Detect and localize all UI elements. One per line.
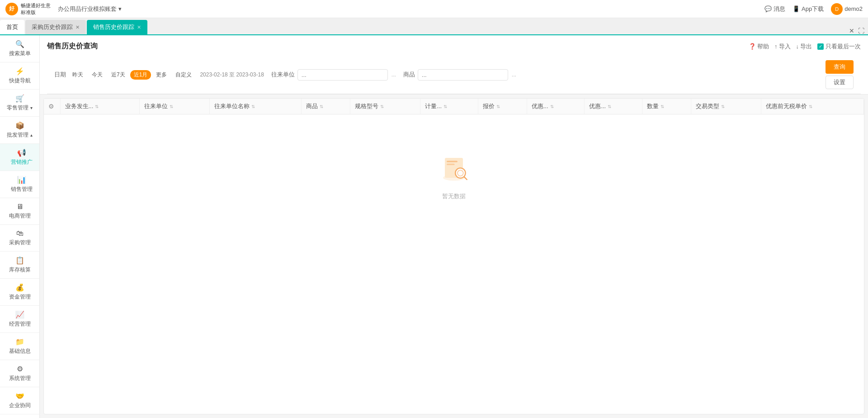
sidebar-item-salesm[interactable]: 📊 销售管理 [0,171,39,198]
search-icon: 🔍 [15,40,24,48]
sidebar-item-basic[interactable]: 📁 基础信息 [0,333,39,360]
sidebar-item-purchase-label: 采购管理 [9,239,31,247]
sidebar-item-basic-label: 基础信息 [9,347,31,355]
goods-input[interactable] [418,69,508,81]
logo-icon: 好 [5,3,18,15]
avatar: D [831,3,843,15]
import-btn[interactable]: ↑ 导入 [774,43,791,51]
partner-dots[interactable]: ... [392,71,396,78]
tab-sales[interactable]: 销售历史价跟踪 ✕ [87,20,147,34]
user-menu[interactable]: D demo2 [831,3,863,15]
close-all-tabs-btn[interactable]: ✕ [849,27,854,34]
th-discount2[interactable]: 优惠... ⇅ [585,99,642,114]
goods-filter-group: 商品 ... [403,69,516,81]
th-qty[interactable]: 数量 ⇅ [642,99,691,114]
sidebar-item-finance[interactable]: 💰 资金管理 [0,279,39,306]
sidebar-item-quicknav[interactable]: ⚡ 快捷导航 [0,62,39,90]
th-quote[interactable]: 报价 ⇅ [478,99,527,114]
settings-button[interactable]: 设置 [826,76,854,89]
topbar: 好 畅捷通好生意 标准版 办公用品行业模拟账套 ▾ 💬 消息 📱 App下载 D… [0,0,868,18]
svg-rect-3 [447,164,455,165]
sort-icon: ⇅ [660,104,664,109]
sidebar-item-salesm-label: 销售管理 [11,185,33,193]
partner-input[interactable] [297,69,388,81]
logo-text: 畅捷通好生意 标准版 [21,2,51,15]
sidebar: 🔍 搜索菜单 ⚡ 快捷导航 🛒 零售管理 ▾ 📦 批发管理 ▴ 📢 营销推广 [0,35,40,418]
th-unit[interactable]: 计量... ⇅ [420,99,478,114]
only-last-checkbox[interactable]: ✓ 只看最后一次 [817,43,861,51]
th-pretax-price[interactable]: 优惠前无税单价 ⇅ [761,99,864,114]
cart-icon: 🛒 [15,94,24,103]
app-download-btn[interactable]: 📱 App下载 [793,5,824,13]
partner-label: 往来单位 [271,71,295,79]
table-header-row: ⚙ 业务发生... ⇅ 往来单位 ⇅ [44,99,864,114]
sidebar-item-business[interactable]: 📈 经营管理 [0,306,39,333]
sort-icon: ⇅ [380,104,384,109]
sidebar-item-ecommerce[interactable]: 🖥 电商管理 [0,198,39,225]
maximize-btn[interactable]: ⛶ [858,27,864,34]
sidebar-item-wholesale[interactable]: 📦 批发管理 ▴ [0,117,39,144]
sort-icon: ⇅ [809,104,812,109]
sidebar-item-quicknav-label: 快捷导航 [9,77,31,85]
date-btn-1month[interactable]: 近1月 [130,70,151,80]
tabbar-actions: ✕ ⛶ [849,27,868,34]
goods-dots[interactable]: ... [512,71,516,78]
sidebar-item-wholesale-label: 批发管理 [7,131,28,139]
sort-icon: ⇅ [443,104,447,109]
filter-row: 日期 昨天 今天 近7天 近1月 更多 自定义 2023-02-18 至 202… [47,56,861,94]
th-partner-name[interactable]: 往来单位名称 ⇅ [210,99,302,114]
logo-area: 好 畅捷通好生意 标准版 [5,2,51,15]
help-icon: ❓ [749,43,756,50]
tabbar: 首页 采购历史价跟踪 ✕ 销售历史价跟踪 ✕ ✕ ⛶ [0,18,868,35]
empty-icon [436,151,472,187]
date-btn-more[interactable]: 更多 [152,70,170,80]
sort-icon: ⇅ [95,104,99,109]
sidebar-item-business-label: 经营管理 [9,320,31,328]
chevron-down-icon: ▾ [30,105,33,110]
th-spec[interactable]: 规格型号 ⇅ [350,99,420,114]
export-btn[interactable]: ↓ 导出 [796,43,812,51]
sidebar-item-newbie[interactable]: 🎯 新手引导 [0,414,39,418]
sidebar-item-retail-label: 零售管理 [7,104,28,112]
search-button[interactable]: 查询 [826,60,854,74]
date-btn-custom[interactable]: 自定义 [172,70,195,80]
date-btn-yesterday[interactable]: 昨天 [69,70,87,80]
tab-purchase[interactable]: 采购历史价跟踪 ✕ [25,20,86,34]
message-btn[interactable]: 💬 消息 [764,5,785,13]
sidebar-item-search[interactable]: 🔍 搜索菜单 [0,35,39,62]
finance-icon: 💰 [15,283,24,292]
th-discount1[interactable]: 优惠... ⇅ [527,99,585,114]
th-biz-date[interactable]: 业务发生... ⇅ [60,99,139,114]
sidebar-item-enterprise[interactable]: 🤝 企业协同 [0,387,39,414]
tab-purchase-close[interactable]: ✕ [75,24,80,30]
app-selector[interactable]: 办公用品行业模拟账套 ▾ [54,3,125,15]
date-range-text: 2023-02-18 至 2023-03-18 [200,71,264,79]
goods-label: 商品 [403,71,415,79]
sidebar-item-inventory[interactable]: 📋 库存核算 [0,252,39,279]
sidebar-item-search-label: 搜索菜单 [9,50,31,57]
column-settings-btn[interactable]: ⚙ [48,103,54,110]
table-container: ⚙ 业务发生... ⇅ 往来单位 ⇅ [43,98,864,414]
sidebar-item-retail[interactable]: 🛒 零售管理 ▾ [0,90,39,117]
tab-home[interactable]: 首页 [0,20,24,34]
th-partner-code[interactable]: 往来单位 ⇅ [139,99,209,114]
th-goods[interactable]: 商品 ⇅ [301,99,350,114]
sidebar-item-purchase[interactable]: 🛍 采购管理 [0,225,39,252]
sales-icon: 📊 [17,176,26,184]
date-btn-today[interactable]: 今天 [88,70,106,80]
page-title: 销售历史价查询 [47,42,98,51]
page-title-row: 销售历史价查询 ❓ 帮助 ↑ 导入 ↓ 导出 ✓ [47,42,861,51]
action-btn-col: 查询 设置 [826,60,854,89]
marketing-icon: 📢 [17,148,26,157]
sort-icon: ⇅ [496,104,500,109]
help-btn[interactable]: ❓ 帮助 [749,43,769,51]
sort-icon: ⇅ [721,104,725,109]
sidebar-item-marketing[interactable]: 📢 营销推广 [0,144,39,171]
sort-icon: ⇅ [320,104,323,109]
th-trade-type[interactable]: 交易类型 ⇅ [691,99,761,114]
date-btn-7days[interactable]: 近7天 [108,70,129,80]
sidebar-item-system[interactable]: ⚙ 系统管理 [0,360,39,387]
th-settings: ⚙ [44,99,60,114]
tab-sales-close[interactable]: ✕ [137,24,141,30]
enterprise-icon: 🤝 [15,392,24,400]
